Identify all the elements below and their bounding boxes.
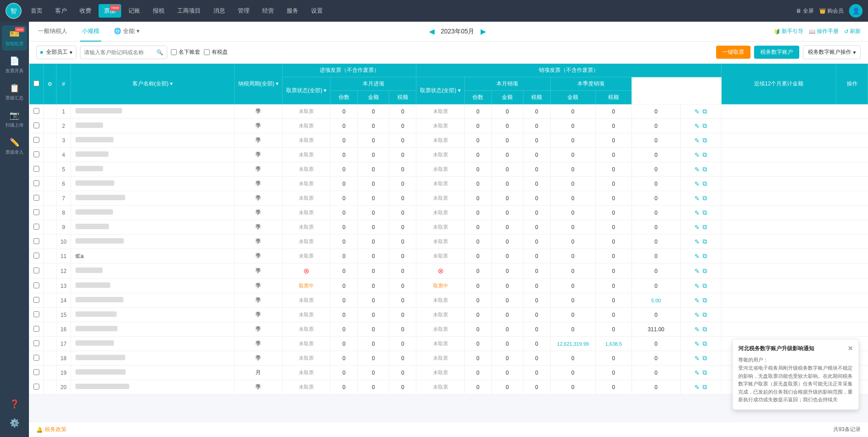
row-checkbox[interactable] bbox=[33, 238, 39, 244]
select-all-checkbox[interactable] bbox=[33, 80, 39, 86]
nav-ticket[interactable]: 票据 new bbox=[99, 4, 121, 18]
edit-icon[interactable]: ✎ bbox=[694, 355, 700, 362]
edit-icon[interactable]: ✎ bbox=[694, 137, 700, 144]
edit-icon[interactable]: ✎ bbox=[694, 297, 700, 304]
sidebar-help[interactable]: ❓ bbox=[2, 395, 27, 413]
cell-checkbox[interactable] bbox=[29, 322, 44, 337]
cell-customer-name[interactable] bbox=[71, 133, 235, 148]
th-tax-period[interactable]: 纳税周期(全部) ▾ bbox=[234, 64, 282, 104]
nav-service[interactable]: 服务 bbox=[281, 4, 304, 18]
copy-icon[interactable]: ⧉ bbox=[703, 165, 707, 173]
cell-customer-name[interactable] bbox=[71, 263, 235, 279]
row-checkbox[interactable] bbox=[33, 268, 39, 273]
account-filter-checkbox[interactable]: 名下账套 bbox=[171, 48, 200, 56]
nav-manage[interactable]: 管理 bbox=[232, 4, 255, 18]
nav-settings[interactable]: 设置 bbox=[306, 4, 328, 18]
sidebar-item-invoice-summary[interactable]: 📋 票据汇总 bbox=[2, 80, 27, 105]
row-checkbox[interactable] bbox=[33, 151, 39, 157]
cell-customer-name[interactable] bbox=[71, 308, 235, 322]
row-checkbox[interactable] bbox=[33, 137, 39, 143]
row-checkbox[interactable] bbox=[33, 195, 39, 201]
edit-icon[interactable]: ✎ bbox=[694, 209, 700, 216]
nav-fee[interactable]: 收费 bbox=[74, 4, 97, 18]
edit-icon[interactable]: ✎ bbox=[694, 238, 700, 245]
cell-customer-name[interactable] bbox=[71, 279, 235, 293]
cell-customer-name[interactable] bbox=[71, 235, 235, 249]
row-checkbox[interactable] bbox=[33, 311, 39, 317]
nav-message[interactable]: 消息 bbox=[208, 4, 231, 18]
edit-icon[interactable]: ✎ bbox=[694, 253, 700, 260]
cell-checkbox[interactable] bbox=[29, 337, 44, 351]
row-checkbox[interactable] bbox=[33, 108, 39, 114]
tax-policy-link[interactable]: 🔔 税务政策 bbox=[36, 426, 66, 433]
manual-btn[interactable]: 📖 操作手册 bbox=[809, 28, 839, 35]
cell-customer-name[interactable] bbox=[71, 162, 235, 177]
nav-operation[interactable]: 经营 bbox=[257, 4, 279, 18]
copy-icon[interactable]: ⧉ bbox=[703, 267, 707, 275]
cell-checkbox[interactable] bbox=[29, 293, 44, 308]
row-checkbox[interactable] bbox=[33, 282, 39, 288]
digital-account-op-btn[interactable]: 税务数字账户操作 ▾ bbox=[803, 45, 861, 59]
copy-icon[interactable]: ⧉ bbox=[703, 383, 707, 391]
copy-icon[interactable]: ⧉ bbox=[703, 194, 707, 202]
sidebar-item-smart-ticket[interactable]: 🎫 智能取票 new bbox=[2, 25, 27, 51]
tab-small-scale[interactable]: 小规模 bbox=[80, 22, 101, 42]
edit-icon[interactable]: ✎ bbox=[694, 108, 700, 115]
sidebar-item-invoice-issue[interactable]: 📄 发票开具 bbox=[2, 52, 27, 78]
th-in-fetch-status[interactable]: 取票状态(全部) ▾ bbox=[283, 77, 330, 104]
new-guide-btn[interactable]: 🔰 新手引导 bbox=[774, 28, 803, 35]
cell-checkbox[interactable] bbox=[29, 162, 44, 177]
copy-icon[interactable]: ⧉ bbox=[703, 369, 707, 376]
cell-customer-name[interactable] bbox=[71, 380, 235, 395]
cell-checkbox[interactable] bbox=[29, 380, 44, 395]
edit-icon[interactable]: ✎ bbox=[694, 166, 700, 173]
cell-checkbox[interactable] bbox=[29, 191, 44, 206]
cell-checkbox[interactable] bbox=[29, 133, 44, 148]
date-prev-btn[interactable]: ◀ bbox=[426, 26, 437, 37]
row-checkbox[interactable] bbox=[33, 209, 39, 215]
cell-customer-name[interactable] bbox=[71, 104, 235, 119]
copy-icon[interactable]: ⧉ bbox=[703, 209, 707, 216]
th-out-fetch-status[interactable]: 取票状态(全部) ▾ bbox=[416, 77, 464, 104]
sidebar-settings[interactable]: ⚙️ bbox=[2, 414, 27, 432]
cell-customer-name[interactable] bbox=[71, 366, 235, 380]
avatar[interactable]: 👤 bbox=[849, 4, 863, 18]
cell-checkbox[interactable] bbox=[29, 148, 44, 162]
copy-icon[interactable]: ⧉ bbox=[703, 108, 707, 115]
cell-checkbox[interactable] bbox=[29, 351, 44, 366]
cell-checkbox[interactable] bbox=[29, 308, 44, 322]
tax-disk-filter-checkbox[interactable]: 有税盘 bbox=[204, 48, 228, 56]
cell-checkbox[interactable] bbox=[29, 220, 44, 235]
copy-icon[interactable]: ⧉ bbox=[703, 325, 707, 333]
fullscreen-btn[interactable]: 🖥 全屏 bbox=[796, 7, 813, 15]
tax-disk-checkbox-input[interactable] bbox=[204, 49, 210, 55]
date-next-btn[interactable]: ▶ bbox=[478, 26, 489, 37]
nav-business[interactable]: 工商项目 bbox=[172, 4, 206, 18]
cell-checkbox[interactable] bbox=[29, 263, 44, 279]
copy-icon[interactable]: ⧉ bbox=[703, 136, 707, 144]
nav-accounting[interactable]: 记账 bbox=[123, 4, 146, 18]
app-logo[interactable]: 智 bbox=[5, 3, 22, 19]
nav-home[interactable]: 首页 bbox=[25, 4, 48, 18]
cell-customer-name[interactable] bbox=[71, 148, 235, 162]
row-checkbox[interactable] bbox=[33, 253, 39, 258]
copy-icon[interactable]: ⧉ bbox=[703, 354, 707, 362]
cell-customer-name[interactable] bbox=[71, 293, 235, 308]
edit-icon[interactable]: ✎ bbox=[694, 122, 700, 130]
popup-close-btn[interactable]: ✕ bbox=[848, 345, 853, 352]
copy-icon[interactable]: ⧉ bbox=[703, 223, 707, 231]
sidebar-item-scan-upload[interactable]: 📷 扫描上传 bbox=[2, 107, 27, 132]
cell-checkbox[interactable] bbox=[29, 279, 44, 293]
copy-icon[interactable]: ⧉ bbox=[703, 311, 707, 319]
refresh-btn[interactable]: ↺ 刷新 bbox=[844, 28, 861, 35]
edit-icon[interactable]: ✎ bbox=[694, 180, 700, 188]
edit-icon[interactable]: ✎ bbox=[694, 195, 700, 202]
edit-icon[interactable]: ✎ bbox=[694, 282, 700, 290]
row-checkbox[interactable] bbox=[33, 355, 39, 361]
search-icon[interactable]: 🔍 bbox=[156, 49, 163, 56]
row-checkbox[interactable] bbox=[33, 180, 39, 186]
cell-customer-name[interactable]: tEa bbox=[71, 249, 235, 263]
employee-filter[interactable]: 全部员工 ▾ bbox=[36, 46, 76, 59]
cell-customer-name[interactable] bbox=[71, 177, 235, 191]
cell-customer-name[interactable] bbox=[71, 337, 235, 351]
